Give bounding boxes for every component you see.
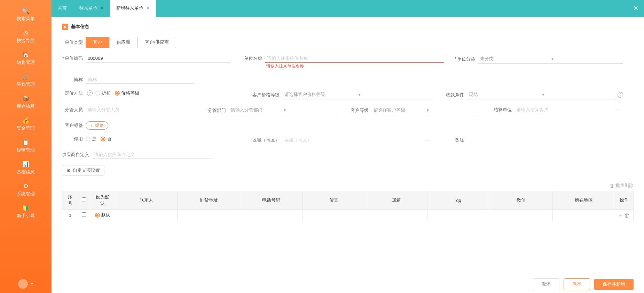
- settlement-input[interactable]: [517, 107, 614, 112]
- th-checkbox: [78, 191, 90, 210]
- tab-home[interactable]: 首页: [52, 0, 73, 17]
- unit-category-field: 单位分类 未分类 ▼: [454, 54, 623, 64]
- unit-code-input[interactable]: [86, 54, 231, 63]
- table-header-row: 序号 设为默认 联系人 到货地址 电话号码 传真 邮箱 qq 微信 所在地区 操…: [62, 191, 634, 210]
- unit-type-row: 单位类型 客户 供应商 客户/供应商: [62, 37, 634, 48]
- tab-units-close[interactable]: ✕: [100, 6, 104, 11]
- td-address: [178, 210, 240, 221]
- cancel-button[interactable]: 取消: [533, 278, 559, 290]
- td-default: 默认: [90, 210, 115, 221]
- unit-category-select[interactable]: 未分类 ▼: [478, 54, 623, 64]
- dept-label: 分管部门: [205, 107, 226, 114]
- supplier-custom-input[interactable]: [92, 150, 212, 159]
- disabled-label: 停用: [62, 136, 83, 142]
- supervisor-input[interactable]: [88, 107, 185, 112]
- gear-icon: ⚙: [66, 168, 71, 173]
- add-tag-button[interactable]: + 标签: [86, 121, 108, 130]
- row-default-radio[interactable]: 默认: [94, 212, 111, 218]
- sidebar-item-operations[interactable]: 📋 经营管理: [0, 135, 52, 157]
- contact-table: 序号 设为默认 联系人 到货地址 电话号码 传真 邮箱 qq 微信 所在地区 操…: [62, 191, 634, 221]
- unit-name-input[interactable]: [265, 54, 444, 63]
- payment-terms-select[interactable]: 现结 ▼: [467, 90, 616, 99]
- sidebar-bars-icon: ≡: [31, 282, 33, 287]
- tabbar-close-all[interactable]: ✕: [633, 5, 638, 12]
- th-fax: 传真: [303, 191, 365, 210]
- th-qq: qq: [427, 191, 490, 210]
- customer-level-select[interactable]: 请选择客户等级 ▼: [371, 106, 480, 115]
- remark-input[interactable]: [467, 136, 623, 144]
- short-name-input[interactable]: [86, 75, 194, 84]
- unit-category-arrow: ▼: [551, 57, 621, 61]
- contact-input[interactable]: [119, 213, 174, 218]
- save-button[interactable]: 保存: [564, 278, 590, 290]
- radio-level-circle: [115, 91, 120, 96]
- tab-new-unit[interactable]: 新增往来单位 ✕: [110, 0, 156, 17]
- add-row-button[interactable]: +: [619, 212, 622, 218]
- row-short-name: 简称: [62, 75, 634, 84]
- sidebar-item-shortcut[interactable]: ◎ 快捷导航: [0, 25, 52, 47]
- unit-code-label: 单位编码: [62, 55, 83, 62]
- customer-price-level-select[interactable]: 请选择客户价格等级 ▼: [282, 90, 432, 99]
- qq-input[interactable]: [431, 213, 486, 218]
- tab-new-unit-close[interactable]: ✕: [146, 6, 150, 11]
- sidebar-item-guide[interactable]: 🔰 新手引导: [0, 201, 52, 222]
- sidebar-bottom: ≡: [0, 275, 52, 293]
- radio-disabled-yes[interactable]: 是: [86, 136, 96, 142]
- row-region-input[interactable]: [556, 213, 612, 218]
- short-name-label: 简称: [62, 76, 83, 83]
- radio-discount[interactable]: 折扣: [95, 90, 111, 96]
- sidebar-item-purchase[interactable]: 🛒 采购管理: [0, 69, 52, 91]
- pricing-help-icon[interactable]: ?: [87, 90, 93, 96]
- sidebar-item-finance[interactable]: 💰 资金管理: [0, 113, 52, 135]
- sidebar-item-search[interactable]: 🔍 搜索菜单: [0, 3, 52, 25]
- type-btn-customer[interactable]: 客户: [86, 37, 109, 48]
- custom-settings-button[interactable]: ⚙ 自定义项设置: [62, 165, 104, 176]
- td-phone: [240, 210, 303, 221]
- th-default: 设为默认: [90, 191, 115, 210]
- customer-price-arrow: ▼: [358, 92, 431, 97]
- batch-delete-button[interactable]: 🗑 批量删除: [610, 182, 634, 189]
- table-actions: 🗑 批量删除: [62, 182, 634, 189]
- shortcut-icon: ◎: [22, 29, 30, 36]
- select-all-checkbox[interactable]: [82, 197, 86, 202]
- address-input[interactable]: [181, 213, 236, 218]
- radio-level[interactable]: 价格等级: [115, 90, 139, 96]
- pricing-method-label: 定价方法: [62, 90, 83, 96]
- customer-level-arrow: ▼: [426, 108, 478, 112]
- td-qq: [427, 210, 490, 221]
- th-wechat: 微信: [490, 191, 553, 210]
- save-new-button[interactable]: 保存并新增: [594, 279, 634, 290]
- type-btn-supplier[interactable]: 供应商: [109, 37, 138, 48]
- tab-units[interactable]: 往来单位 ✕: [73, 0, 110, 17]
- delete-row-button[interactable]: 🗑: [625, 212, 630, 218]
- wechat-input[interactable]: [494, 213, 549, 218]
- customer-price-level-label: 客户价格等级: [252, 92, 280, 98]
- dept-select[interactable]: 请输入分管部门 ▼: [229, 106, 338, 115]
- sidebar-item-inventory[interactable]: 📦 库存核算: [0, 91, 52, 113]
- sidebar-item-system[interactable]: ⚙ 系统管理: [0, 179, 52, 201]
- customer-level-label: 客户等级: [348, 107, 369, 114]
- row-checkbox[interactable]: [82, 212, 86, 217]
- search-icon: 🔍: [22, 7, 30, 15]
- radio-disabled-no[interactable]: 否: [101, 136, 111, 142]
- type-btn-group: 客户 供应商 客户/供应商: [86, 37, 176, 48]
- payment-terms-label: 收款条件: [443, 92, 464, 98]
- sidebar-item-sales[interactable]: 🏠 销售管理: [0, 47, 52, 69]
- table-row: 1 默认: [62, 210, 634, 221]
- section-title: ▶ 基本信息: [62, 24, 634, 30]
- type-btn-both[interactable]: 客户/供应商: [138, 37, 176, 48]
- payment-help-icon[interactable]: ?: [618, 92, 623, 98]
- plus-icon: +: [90, 123, 93, 129]
- phone-input[interactable]: [244, 213, 299, 218]
- supervisor-dots[interactable]: ···: [187, 107, 193, 112]
- email-input[interactable]: [369, 213, 424, 218]
- form-footer: 取消 保存 保存并新增: [52, 275, 644, 293]
- th-email: 邮箱: [365, 191, 427, 210]
- region-input[interactable]: [284, 137, 423, 143]
- sidebar-item-basic[interactable]: 📊 基础信息: [0, 157, 52, 179]
- region-dots[interactable]: ···: [425, 137, 431, 143]
- fax-input[interactable]: [306, 213, 361, 218]
- basic-icon: 📊: [22, 160, 30, 168]
- settlement-dots[interactable]: ···: [615, 107, 621, 112]
- tabbar: 首页 往来单位 ✕ 新增往来单位 ✕ ✕: [52, 0, 644, 17]
